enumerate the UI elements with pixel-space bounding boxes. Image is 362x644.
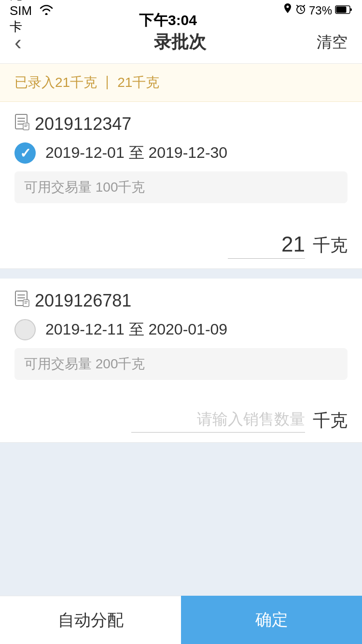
back-button[interactable]: ‹: [14, 30, 43, 55]
batch2-availability-box: 可用交易量 200千克: [14, 348, 348, 380]
batch1-number: 2019112347: [35, 114, 131, 134]
batch1-availability-box: 可用交易量 100千克: [14, 171, 348, 203]
batch1-header: 2019112347: [14, 113, 348, 135]
batch1-unit: 千克: [313, 234, 348, 257]
status-right: 73%: [283, 3, 352, 18]
batch1-quantity-row: 21 千克: [0, 223, 362, 269]
confirm-button[interactable]: 确定: [181, 596, 362, 644]
batch1-quantity-value[interactable]: 21: [276, 232, 305, 256]
batch2-quantity-line: [131, 432, 305, 433]
svg-rect-2: [336, 7, 347, 13]
batch1-date: 2019-12-01 至 2019-12-30: [45, 142, 227, 164]
batch2-number: 2019126781: [35, 291, 131, 311]
batch2-date: 2019-12-11 至 2020-01-09: [45, 319, 227, 340]
batch2-input-placeholder[interactable]: 请输入销售数量: [170, 409, 305, 430]
wifi-icon: [40, 3, 53, 18]
status-time: 下午3:04: [139, 11, 197, 30]
alarm-icon: [295, 3, 306, 18]
batch2-quantity-wrapper: 请输入销售数量: [131, 409, 305, 433]
batch2-unit: 千克: [313, 409, 348, 433]
batch2-date-row[interactable]: 2019-12-11 至 2020-01-09: [14, 319, 348, 340]
summary-divider: [107, 76, 108, 89]
battery-percentage: 73%: [309, 4, 332, 17]
auto-distribute-button[interactable]: 自动分配: [0, 596, 181, 644]
checkmark-icon: ✓: [20, 145, 31, 161]
status-bar: 无SIM卡 下午3:04 73%: [0, 0, 362, 21]
section-separator-1: [0, 269, 362, 279]
summary-total: 21千克: [117, 73, 159, 92]
location-icon: [283, 3, 292, 18]
summary-banner: 已录入21千克 21千克: [0, 64, 362, 102]
batch1-card: 2019112347 ✓ 2019-12-01 至 2019-12-30 可用交…: [0, 102, 362, 269]
batch1-quantity-line: [228, 258, 305, 259]
batch2-card: 2019126781 2019-12-11 至 2020-01-09 可用交易量…: [0, 279, 362, 443]
clear-button[interactable]: 清空: [317, 32, 348, 53]
batch2-radio[interactable]: [14, 319, 36, 340]
batch1-doc-icon: [14, 113, 30, 135]
page-title: 录批次: [154, 30, 206, 54]
battery-icon: [335, 4, 352, 17]
batch1-availability: 可用交易量 100千克: [24, 180, 145, 195]
summary-recorded: 已录入21千克: [14, 73, 97, 92]
batch2-quantity-row: 请输入销售数量 千克: [0, 399, 362, 443]
batch2-doc-icon: [14, 290, 30, 311]
batch1-quantity-wrapper: 21: [228, 232, 305, 259]
batch1-date-row[interactable]: ✓ 2019-12-01 至 2019-12-30: [14, 142, 348, 164]
batch2-header: 2019126781: [14, 290, 348, 311]
batch2-availability: 可用交易量 200千克: [24, 356, 145, 371]
batch1-radio[interactable]: ✓: [14, 142, 36, 164]
bottom-bar: 自动分配 确定: [0, 596, 362, 644]
